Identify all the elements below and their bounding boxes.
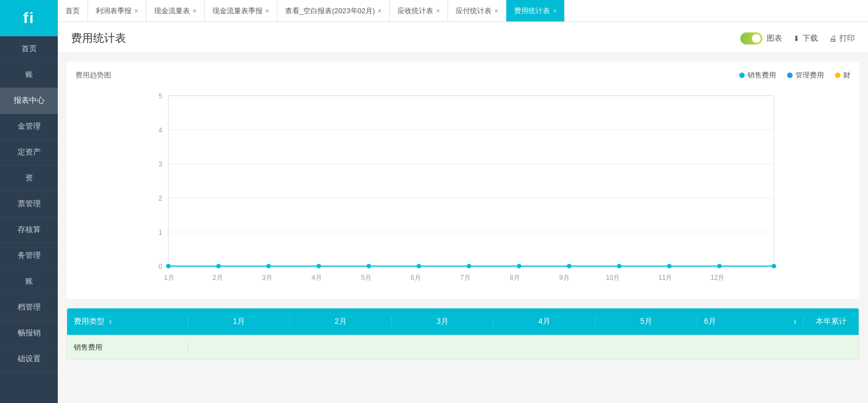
sidebar-item-archive[interactable]: 档管理: [0, 295, 58, 321]
trend-chart: 5 4 3 2 1 0: [75, 85, 850, 288]
svg-text:7月: 7月: [460, 274, 471, 281]
svg-point-22: [617, 264, 621, 268]
svg-text:9月: 9月: [559, 274, 570, 281]
table-header-month-4: 4月: [494, 317, 596, 327]
chart-toggle-container: 图表: [740, 32, 782, 45]
sidebar-item-account[interactable]: 账: [0, 62, 58, 88]
chart-svg-wrapper: 5 4 3 2 1 0: [75, 85, 850, 290]
tab-close-icon[interactable]: ×: [134, 7, 138, 15]
legend-mgmt-dot: [787, 73, 793, 78]
main-area: 首页 利润表季报 × 现金流量表 × 现金流量表季报 × 查看_空白报表(202…: [58, 0, 868, 403]
legend-sales-dot: [739, 73, 745, 78]
legend-finance-label: 财: [843, 70, 850, 80]
svg-point-20: [517, 264, 521, 268]
download-button[interactable]: ⬇ 下载: [793, 34, 818, 43]
svg-point-15: [266, 264, 271, 268]
svg-point-17: [367, 264, 371, 268]
download-icon: ⬇: [793, 34, 800, 43]
tab-profit-quarterly[interactable]: 利润表季报 ×: [88, 0, 146, 22]
table-header-month-5: 5月: [596, 317, 697, 327]
svg-text:2月: 2月: [212, 274, 223, 281]
legend-finance-dot: [835, 73, 840, 78]
sidebar-item-settings[interactable]: 础设置: [0, 346, 58, 372]
sidebar-item-reports[interactable]: 报表中心: [0, 88, 58, 114]
svg-text:12月: 12月: [711, 274, 724, 281]
legend-sales: 销售费用: [739, 70, 776, 80]
legend-management: 管理费用: [787, 70, 824, 80]
chart-toggle-label: 图表: [767, 34, 782, 43]
tab-receivable[interactable]: 应收统计表 ×: [390, 0, 448, 22]
sidebar-item-ledger[interactable]: 账: [0, 269, 58, 295]
table-header-type: 费用类型 ‹: [67, 317, 188, 327]
table-header: 费用类型 ‹ 1月 2月 3月 4月 5月: [67, 308, 859, 335]
svg-point-19: [467, 264, 471, 268]
table-header-month-3: 3月: [392, 317, 494, 327]
chart-title: 费用趋势图: [75, 70, 111, 80]
tab-home[interactable]: 首页: [58, 0, 88, 22]
sidebar-item-cash[interactable]: 金管理: [0, 114, 58, 140]
svg-text:1月: 1月: [164, 274, 174, 281]
header-actions: 图表 ⬇ 下载 🖨 打印: [740, 32, 855, 45]
svg-point-21: [567, 264, 571, 268]
tab-payable[interactable]: 应付统计表 ×: [448, 0, 506, 22]
sidebar-logo: fi: [0, 0, 58, 36]
svg-point-14: [216, 264, 221, 268]
svg-rect-12: [168, 96, 774, 266]
table-header-month-6: 6月 ›: [697, 317, 804, 327]
prev-months-arrow[interactable]: ‹: [109, 317, 112, 327]
svg-text:8月: 8月: [510, 274, 520, 281]
chart-header: 费用趋势图 销售费用 管理费用 财: [75, 70, 850, 80]
table-header-month-1: 1月: [188, 317, 290, 327]
svg-text:6月: 6月: [411, 274, 421, 281]
legend-mgmt-label: 管理费用: [795, 70, 824, 80]
legend-finance: 财: [835, 70, 850, 80]
tab-close-icon[interactable]: ×: [265, 7, 269, 15]
table-header-year-total: 本年累计: [804, 317, 859, 327]
sidebar-item-affairs[interactable]: 务管理: [0, 243, 58, 269]
expense-table: 费用类型 ‹ 1月 2月 3月 4月 5月: [67, 308, 859, 360]
tab-expense-stats[interactable]: 费用统计表 ×: [506, 0, 565, 22]
next-months-arrow[interactable]: ›: [794, 317, 796, 327]
sidebar-item-assets[interactable]: 定资产: [0, 140, 58, 165]
chart-toggle[interactable]: [740, 32, 762, 45]
tab-cashflow-quarterly[interactable]: 现金流量表季报 ×: [205, 0, 277, 22]
chart-legend: 销售费用 管理费用 财: [739, 70, 850, 80]
tab-close-active-icon[interactable]: ×: [553, 7, 556, 15]
svg-text:3: 3: [159, 161, 162, 168]
tab-close-icon[interactable]: ×: [436, 7, 440, 15]
svg-text:11月: 11月: [658, 274, 672, 281]
sidebar-item-expense[interactable]: 畅报销: [0, 321, 58, 346]
sidebar-item-capital[interactable]: 资: [0, 165, 58, 191]
svg-point-16: [316, 264, 321, 268]
print-button[interactable]: 🖨 打印: [829, 34, 855, 43]
sidebar-item-home[interactable]: 首页: [0, 36, 58, 62]
content-area: 费用统计表 图表 ⬇ 下载 🖨 打印 费用趋势图: [58, 22, 868, 403]
sidebar-item-inventory[interactable]: 存核算: [0, 217, 58, 243]
svg-text:2: 2: [159, 195, 162, 202]
svg-text:4月: 4月: [312, 274, 322, 281]
svg-text:3月: 3月: [262, 274, 272, 281]
svg-text:5: 5: [159, 92, 162, 100]
tab-close-icon[interactable]: ×: [494, 7, 498, 15]
page-header: 费用统计表 图表 ⬇ 下载 🖨 打印: [58, 22, 868, 53]
tab-close-icon[interactable]: ×: [193, 7, 196, 15]
svg-text:5月: 5月: [361, 274, 372, 281]
svg-point-25: [772, 264, 776, 268]
sidebar: fi 首页 账 报表中心 金管理 定资产 资 票管理 存核算 务管理 账 档管理…: [0, 0, 58, 403]
tab-cashflow[interactable]: 现金流量表 ×: [146, 0, 205, 22]
svg-point-23: [667, 264, 672, 268]
table-cell-type: 销售费用: [67, 343, 188, 352]
svg-point-13: [166, 264, 171, 268]
tab-close-icon[interactable]: ×: [378, 7, 381, 15]
page-title: 费用统计表: [71, 31, 126, 46]
svg-point-18: [417, 264, 421, 268]
svg-text:0: 0: [159, 263, 162, 270]
sidebar-item-invoices[interactable]: 票管理: [0, 191, 58, 217]
svg-text:1: 1: [159, 229, 162, 236]
tab-bar: 首页 利润表季报 × 现金流量表 × 现金流量表季报 × 查看_空白报表(202…: [58, 0, 868, 22]
table-header-month-2: 2月: [290, 317, 392, 327]
chart-container: 费用趋势图 销售费用 管理费用 财: [67, 62, 859, 299]
svg-point-24: [717, 264, 722, 268]
svg-text:10月: 10月: [606, 274, 620, 281]
tab-blank-report[interactable]: 查看_空白报表(2023年02月) ×: [277, 0, 390, 22]
